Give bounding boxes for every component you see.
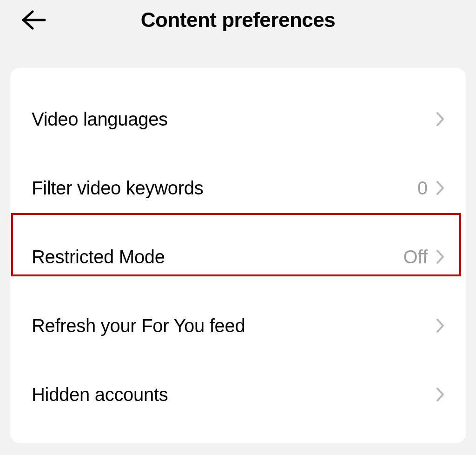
back-button[interactable] (21, 10, 46, 32)
row-label: Filter video keywords (32, 178, 203, 199)
row-filter-video-keywords[interactable]: Filter video keywords 0 (10, 154, 466, 222)
chevron-right-icon (436, 318, 444, 333)
back-arrow-icon (21, 23, 46, 31)
chevron-right-icon (436, 387, 444, 402)
row-value: Off (403, 247, 428, 268)
header: Content preferences (0, 0, 476, 54)
row-right: Off (403, 247, 444, 268)
chevron-right-icon (436, 181, 444, 195)
row-label: Refresh your For You feed (32, 315, 245, 336)
row-right (428, 387, 444, 402)
row-refresh-for-you-feed[interactable]: Refresh your For You feed (10, 291, 466, 360)
row-label: Hidden accounts (32, 384, 168, 405)
row-restricted-mode[interactable]: Restricted Mode Off (10, 222, 466, 291)
row-label: Video languages (32, 109, 168, 130)
settings-card: Video languages Filter video keywords 0 … (10, 68, 466, 443)
chevron-right-icon (436, 112, 444, 127)
chevron-right-icon (436, 249, 444, 264)
row-right: 0 (417, 178, 444, 199)
row-right (428, 318, 444, 333)
page-title: Content preferences (19, 8, 457, 32)
row-video-languages[interactable]: Video languages (10, 85, 466, 154)
row-label: Restricted Mode (32, 247, 165, 268)
row-value: 0 (417, 178, 428, 199)
row-right (428, 112, 444, 127)
row-hidden-accounts[interactable]: Hidden accounts (10, 360, 466, 429)
